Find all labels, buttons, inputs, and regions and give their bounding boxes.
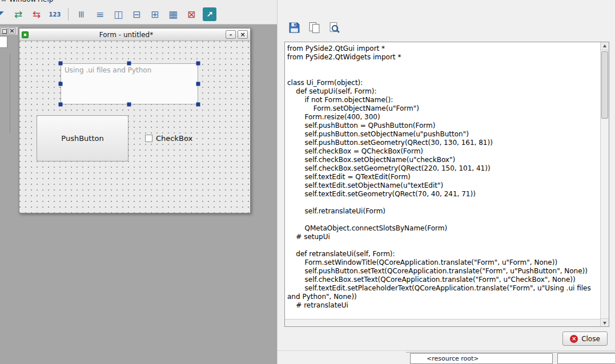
form-canvas[interactable]: Using .ui files and Python PushButton Ch… [19,41,250,213]
code-line: from PySide2.QtGui import * [287,45,600,53]
resource-panel-divider [406,352,615,353]
code-line: def setupUi(self, Form): [287,87,600,96]
dock-float-icon[interactable] [1,27,7,34]
close-x-icon: × [570,335,578,343]
form-designer-window: Form - untitled* - × Using .ui files and… [19,28,251,213]
checkbox-label: CheckBox [156,134,192,143]
checkbox-indicator[interactable] [145,135,152,142]
code-line: self.textEdit.setPlaceholderText(QCoreAp… [287,284,600,293]
selection-handle[interactable] [59,103,63,107]
code-line: Form.resize(400, 300) [287,113,600,122]
menubar: ⊞ Window Help [0,0,277,5]
scrollbar-thumb[interactable] [601,51,608,119]
code-line: Form.setObjectName(u"Form") [287,104,600,113]
break-layout-icon[interactable]: ⊠ [184,7,198,21]
find-icon[interactable] [327,20,341,35]
toolbar-separator [68,8,69,21]
code-preview-dialog: from PySide2.QtGui import *from PySide2.… [277,0,615,364]
code-line: self.textEdit = QTextEdit(Form) [287,173,600,181]
edit-widgets-icon[interactable]: ◤ [0,7,7,21]
adjust-size-icon[interactable]: ↗ [203,7,216,21]
workspace: Form - untitled* - × Using .ui files and… [0,25,277,364]
code-line [287,199,600,207]
code-line: self.checkBox.setText(QCoreApplication.t… [287,276,600,284]
minimize-button[interactable]: - [226,30,236,39]
menu-grid-icon: ⊞ [1,0,6,2]
dock-titlebar-fragment [0,27,18,35]
scroll-up-icon[interactable] [601,42,609,50]
code-line: and Python", None)) [287,293,600,301]
form-window-titlebar[interactable]: Form - untitled* - × [19,29,250,41]
selection-handle[interactable] [127,62,131,66]
pushbutton-widget[interactable]: PushButton [37,115,128,161]
dock-filter-input-fragment[interactable] [0,36,7,48]
resource-tree-fragment[interactable]: <resource root> [410,353,553,364]
form-window-icon [22,31,29,38]
code-line: # retranslateUi [287,301,600,310]
close-dialog-button[interactable]: × Close [562,331,608,346]
resource-detail-fragment[interactable] [557,353,615,364]
code-line: self.checkBox = QCheckBox(Form) [287,147,600,156]
layout-horizontal-icon[interactable]: ≡ [75,7,89,21]
selection-handle[interactable] [196,103,200,107]
code-line: self.retranslateUi(Form) [287,207,600,216]
menu-item-window[interactable]: Window [9,0,36,3]
edit-tab-order-icon[interactable]: 123 [48,7,62,21]
layout-grid-icon[interactable]: ⊞ [148,7,162,21]
save-icon[interactable] [287,20,302,35]
layout-form-icon[interactable]: ▦ [166,7,180,21]
vertical-scrollbar[interactable] [600,42,609,326]
edit-buddies-icon[interactable]: ⇆ [30,7,43,21]
main-toolbar: ◤⇄⇆123≡≡◫⊟⊞▦⊠↗ [0,5,277,25]
form-window-title: Form - untitled* [29,31,224,39]
close-button-label: Close [581,335,600,343]
code-line: def retranslateUi(self, Form): [287,250,600,258]
code-line: self.pushButton = QPushButton(Form) [287,122,600,130]
textedit-widget[interactable]: Using .ui files and Python [61,63,198,104]
code-line [287,62,600,70]
copy-icon[interactable] [307,20,321,35]
code-line: self.checkBox.setObjectName(u"checkBox") [287,156,600,164]
layout-vertical-icon[interactable]: ≡ [93,7,107,21]
code-line: from PySide2.QtWidgets import * [287,53,600,62]
selection-handle[interactable] [59,82,63,86]
panel-divider [278,350,615,351]
code-line: # setupUi [287,233,600,241]
code-content[interactable]: from PySide2.QtGui import *from PySide2.… [285,42,600,319]
code-line [287,241,600,250]
menu-item-help[interactable]: Help [38,0,53,3]
layout-splitter-vertical-icon[interactable]: ⊟ [130,7,143,21]
resource-root-label: <resource root> [427,355,479,362]
selection-handle[interactable] [59,62,63,66]
code-dialog-toolbar [287,20,341,35]
dock-panel-edge [10,54,10,133]
code-line [287,216,600,224]
close-button[interactable]: × [238,30,248,39]
selection-handle[interactable] [196,62,200,66]
scroll-down-icon[interactable] [601,318,609,326]
layout-splitter-horizontal-icon[interactable]: ◫ [111,7,125,21]
code-line: if not Form.objectName(): [287,96,600,104]
code-view[interactable]: from PySide2.QtGui import *from PySide2.… [284,42,609,327]
code-line: self.pushButton.setObjectName(u"pushButt… [287,130,600,139]
code-line: class Ui_Form(object): [287,79,600,87]
code-line: self.pushButton.setText(QCoreApplication… [287,267,600,276]
edit-signals-slots-icon[interactable]: ⇄ [11,7,25,21]
qt-designer-screen: ⊞ Window Help ◤⇄⇆123≡≡◫⊟⊞▦⊠↗ Form - unti… [0,0,615,364]
code-line [287,70,600,79]
dock-close-icon[interactable] [9,27,15,34]
selection-handle[interactable] [127,103,131,107]
selection-handle[interactable] [196,82,200,86]
checkbox-widget[interactable]: CheckBox [145,127,203,150]
code-line: QMetaObject.connectSlotsByName(Form) [287,224,600,233]
code-line: Form.setWindowTitle(QCoreApplication.tra… [287,258,600,267]
code-line: self.checkBox.setGeometry(QRect(220, 150… [287,164,600,173]
textedit-placeholder: Using .ui files and Python [65,66,151,74]
code-line: self.textEdit.setObjectName(u"textEdit") [287,181,600,190]
horizontal-scrollbar[interactable] [285,319,600,326]
code-line: self.textEdit.setGeometry(QRect(70, 40, … [287,190,600,199]
code-line: self.pushButton.setGeometry(QRect(30, 13… [287,139,600,147]
